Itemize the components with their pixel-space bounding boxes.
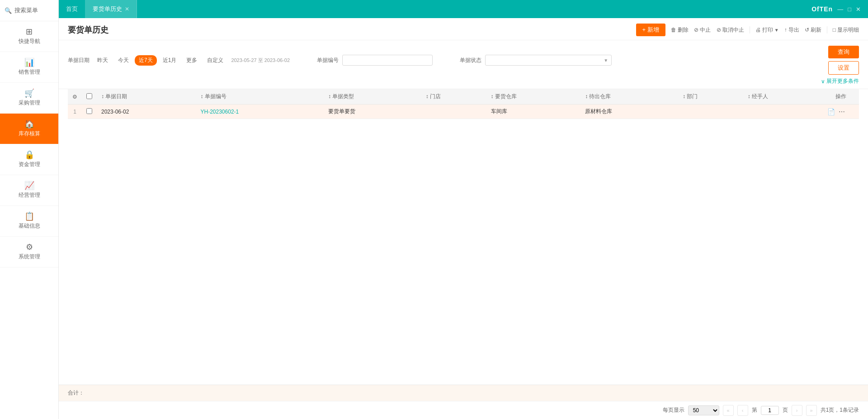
row-bill-no-cell: YH-20230602-1 xyxy=(196,105,324,119)
window-maximize-button[interactable]: □ xyxy=(848,6,851,13)
row-ops-cell: 📄 ⋯ xyxy=(823,105,859,119)
data-table: ⚙ ↕ 单据日期 ↕ 单据编号 ↕ 单据类型 xyxy=(68,89,859,119)
row-view-button[interactable]: 📄 xyxy=(827,108,835,115)
status-dropdown-icon: ▼ xyxy=(604,58,608,63)
query-button[interactable]: 查询 xyxy=(828,46,859,58)
settings-button[interactable]: 设置 xyxy=(828,61,859,75)
req-warehouse-col-label: ↕ 要货仓库 xyxy=(491,93,517,100)
ops-col-header: 操作 xyxy=(823,89,859,105)
window-close-button[interactable]: ✕ xyxy=(856,6,861,13)
date-range-display: 2023-05-27 至 2023-06-02 xyxy=(231,57,290,64)
row-req-warehouse-cell: 车间库 xyxy=(486,105,581,119)
tab-requisition-label: 要货单历史 xyxy=(93,5,122,13)
bill-type-col-header[interactable]: ↕ 单据类型 xyxy=(324,89,421,105)
bill-number-input[interactable] xyxy=(342,55,433,66)
print-button[interactable]: 🖨 打印 ▼ xyxy=(755,26,779,34)
sidebar-item-inventory[interactable]: 🏠 库存核算 xyxy=(0,114,58,144)
expand-more-button[interactable]: ∨ 展开更多条件 xyxy=(821,77,859,85)
row-checkbox[interactable] xyxy=(86,108,92,114)
print-label: 打印 xyxy=(762,26,773,34)
brand-label: OfTEn xyxy=(811,5,833,13)
main-area: 首页 要货单历史 ✕ OfTEn — □ ✕ 要货单历史 + 新增 🗑 删除 ⊘… xyxy=(59,0,868,419)
sidebar-item-quick-nav[interactable]: ⊞ 快捷导航 xyxy=(0,21,58,52)
refresh-button[interactable]: ↺ 刷新 xyxy=(805,26,821,34)
status-filter: 单据状态 ▼ xyxy=(460,55,612,66)
table-footer: 合计： xyxy=(59,385,868,401)
date-filter-label: 单据日期 xyxy=(68,57,90,64)
filter-expand-row: ∨ 展开更多条件 xyxy=(68,77,859,85)
filter-area: 单据日期 昨天 今天 近7天 近1月 更多 自定义 2023-05-27 至 2… xyxy=(59,40,868,89)
tab-close-icon[interactable]: ✕ xyxy=(125,6,129,12)
pagination: 每页显示 10 20 50 100 « ‹ 第 页 › » 共1页，1条记录 xyxy=(59,401,868,419)
row-bill-no-link[interactable]: YH-20230602-1 xyxy=(201,109,239,115)
date-more-btn[interactable]: 更多 xyxy=(182,55,201,66)
page-input-prefix: 第 xyxy=(752,406,757,414)
bill-no-col-header[interactable]: ↕ 单据编号 xyxy=(196,89,324,105)
topnav-right: OfTEn — □ ✕ xyxy=(811,5,868,13)
ops-col-label: 操作 xyxy=(835,93,846,100)
window-minimize-button[interactable]: — xyxy=(837,6,843,13)
store-col-label: ↕ 门店 xyxy=(426,93,441,100)
date-last-month-btn[interactable]: 近1月 xyxy=(159,55,181,66)
table-row[interactable]: 1 2023-06-02 YH-20230602-1 要货单要货 车间库 原材料… xyxy=(68,105,859,119)
tab-requisition-history[interactable]: 要货单历史 ✕ xyxy=(85,0,137,18)
sidebar-item-sales[interactable]: 📊 销售管理 xyxy=(0,52,58,83)
row-checkbox-cell[interactable] xyxy=(82,105,97,119)
settings-col-header[interactable]: ⚙ xyxy=(68,89,82,105)
store-col-header[interactable]: ↕ 门店 xyxy=(421,89,486,105)
select-all-checkbox[interactable] xyxy=(86,93,92,99)
handler-col-label: ↕ 经手人 xyxy=(748,93,768,100)
tab-home-label: 首页 xyxy=(66,5,78,13)
pending-warehouse-col-header[interactable]: ↕ 待出仓库 xyxy=(580,89,678,105)
sidebar-item-system[interactable]: ⚙ 系统管理 xyxy=(0,237,58,267)
sidebar-item-operation[interactable]: 📈 经营管理 xyxy=(0,175,58,206)
status-input[interactable] xyxy=(485,55,612,66)
date-custom-btn[interactable]: 自定义 xyxy=(203,55,227,66)
date-last7days-btn[interactable]: 近7天 xyxy=(135,55,157,66)
row-num-cell: 1 xyxy=(68,105,82,119)
next-page-button[interactable]: › xyxy=(792,405,802,416)
sidebar-search[interactable]: 🔍 搜索菜单 xyxy=(0,0,58,21)
last-page-button[interactable]: » xyxy=(806,405,817,416)
operation-icon: 📈 xyxy=(24,181,34,190)
sidebar-item-purchase[interactable]: 🛒 采购管理 xyxy=(0,83,58,114)
inventory-icon: 🏠 xyxy=(24,120,34,128)
topnav: 首页 要货单历史 ✕ OfTEn — □ ✕ xyxy=(59,0,868,18)
prev-page-button[interactable]: ‹ xyxy=(737,405,748,416)
filter-actions: 查询 设置 xyxy=(828,46,859,75)
export-button[interactable]: ↑ 导出 xyxy=(784,26,799,34)
bill-number-label: 单据编号 xyxy=(317,57,339,64)
page-suffix: 页 xyxy=(783,406,788,414)
first-page-button[interactable]: « xyxy=(723,405,734,416)
display-detail-button[interactable]: □ 显示明细 xyxy=(833,26,859,34)
checkbox-icon: □ xyxy=(833,27,836,33)
date-col-header[interactable]: ↕ 单据日期 xyxy=(97,89,196,105)
tab-home[interactable]: 首页 xyxy=(59,0,85,18)
sidebar-search-label: 搜索菜单 xyxy=(14,6,38,14)
sidebar-item-label: 基础信息 xyxy=(19,222,40,230)
date-today-btn[interactable]: 今天 xyxy=(114,55,133,66)
page-number-input[interactable] xyxy=(761,406,779,415)
dept-col-header[interactable]: ↕ 部门 xyxy=(678,89,743,105)
sidebar-item-finance[interactable]: 🔒 资金管理 xyxy=(0,144,58,175)
date-yesterday-btn[interactable]: 昨天 xyxy=(93,55,112,66)
sidebar-item-label: 经营管理 xyxy=(19,191,40,199)
cancel-stop-button[interactable]: ⊘ 取消中止 xyxy=(717,26,744,34)
stop-button[interactable]: ⊘ 中止 xyxy=(694,26,711,34)
export-label: 导出 xyxy=(788,26,799,34)
new-button[interactable]: + 新增 xyxy=(636,24,665,36)
sidebar-item-label: 采购管理 xyxy=(19,99,40,107)
row-dept-cell xyxy=(678,105,743,119)
pending-warehouse-col-label: ↕ 待出仓库 xyxy=(585,93,611,100)
handler-col-header[interactable]: ↕ 经手人 xyxy=(743,89,823,105)
checkbox-col-header[interactable] xyxy=(82,89,97,105)
total-info: 共1页，1条记录 xyxy=(821,406,859,414)
page-size-select[interactable]: 10 20 50 100 xyxy=(688,405,719,415)
req-warehouse-col-header[interactable]: ↕ 要货仓库 xyxy=(486,89,581,105)
delete-button[interactable]: 🗑 删除 xyxy=(671,26,689,34)
sidebar-item-basic[interactable]: 📋 基础信息 xyxy=(0,206,58,237)
row-more-button[interactable]: ⋯ xyxy=(839,108,845,115)
row-store-cell xyxy=(421,105,486,119)
row-bill-type-cell: 要货单要货 xyxy=(324,105,421,119)
purchase-icon: 🛒 xyxy=(24,89,34,97)
